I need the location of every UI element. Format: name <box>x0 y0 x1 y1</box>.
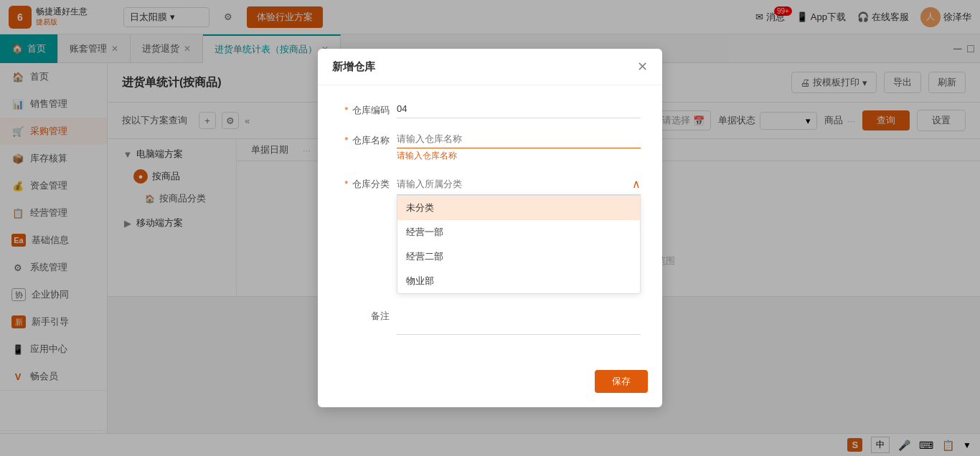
code-label-text: 仓库编码 <box>352 105 390 115</box>
code-input[interactable] <box>397 100 641 118</box>
required-mark2: * <box>344 135 348 146</box>
dropdown-item-dept2[interactable]: 经营二部 <box>397 244 640 269</box>
note-textarea[interactable] <box>397 305 641 335</box>
name-error-msg: 请输入仓库名称 <box>397 150 641 162</box>
dialog-add-warehouse: 新增仓库 ✕ * 仓库编码 * 仓库名称 <box>318 49 662 407</box>
form-row-name: * 仓库名称 请输入仓库名称 <box>339 130 641 162</box>
save-button[interactable]: 保存 <box>595 370 648 393</box>
dialog-title: 新增仓库 <box>332 60 375 74</box>
form-row-note: 备注 <box>339 305 641 337</box>
name-label: * 仓库名称 <box>339 130 390 147</box>
category-label: * 仓库分类 <box>339 174 390 191</box>
code-label: * 仓库编码 <box>339 100 390 117</box>
dropdown-item-property[interactable]: 物业部 <box>397 269 640 293</box>
dialog-header: 新增仓库 ✕ <box>318 49 662 85</box>
note-label: 备注 <box>339 305 390 323</box>
category-label-text: 仓库分类 <box>352 179 390 189</box>
modal-overlay: 新增仓库 ✕ * 仓库编码 * 仓库名称 <box>0 0 980 456</box>
chevron-up-icon[interactable]: ∧ <box>632 177 641 191</box>
category-input[interactable] <box>397 179 632 189</box>
note-field <box>397 305 641 337</box>
dialog-body: * 仓库编码 * 仓库名称 请输入仓库名称 <box>318 85 662 363</box>
dialog-footer: 保存 <box>318 363 662 407</box>
category-field: ∧ 未分类 经营一部 经营二部 物业部 <box>397 174 641 294</box>
dropdown-item-none[interactable]: 未分类 <box>397 196 640 220</box>
name-label-text: 仓库名称 <box>352 135 390 146</box>
form-row-code: * 仓库编码 <box>339 100 641 118</box>
dropdown-item-dept1[interactable]: 经营一部 <box>397 220 640 244</box>
name-input[interactable] <box>397 130 641 148</box>
note-label-text: 备注 <box>371 310 390 321</box>
required-mark3: * <box>344 179 348 189</box>
name-field: 请输入仓库名称 <box>397 130 641 162</box>
dialog-close-button[interactable]: ✕ <box>637 59 648 75</box>
code-field <box>397 100 641 118</box>
form-row-category: * 仓库分类 ∧ 未分类 经营一部 经营二部 物业部 <box>339 174 641 294</box>
category-selector[interactable]: ∧ <box>397 174 641 195</box>
category-dropdown: 未分类 经营一部 经营二部 物业部 <box>397 195 641 294</box>
required-mark: * <box>344 105 348 115</box>
